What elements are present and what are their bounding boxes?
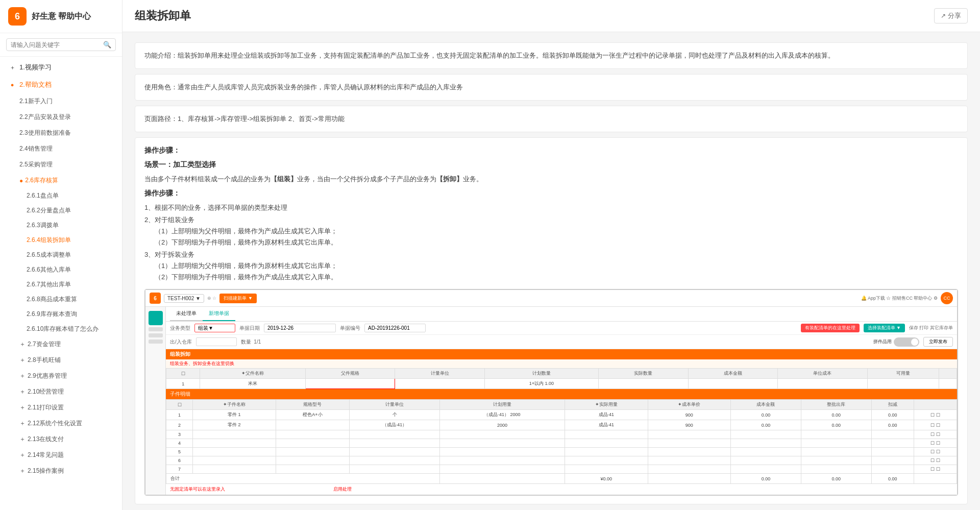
mock-sidebar-icon-1 <box>149 311 163 325</box>
sidebar-item-docs-261[interactable]: 2.6.1盘点单 <box>0 188 122 203</box>
th-unit: 计量单位 <box>395 369 484 379</box>
scene-desc: 当由多个子件材料组装成一个成品的业务为【组装】业务，当由一个父件拆分成多个子产品… <box>144 175 958 184</box>
lth-check: ☐ <box>166 400 193 410</box>
sidebar-item-docs-262[interactable]: 2.6.2分量盘点单 <box>0 203 122 218</box>
app-title: 好生意 帮助中心 <box>32 11 91 22</box>
mock-sidebar-icon-4 <box>149 339 163 344</box>
mock-date-input[interactable] <box>264 324 336 332</box>
sidebar-item-docs-23[interactable]: 2.3使用前数据准备 <box>0 125 122 141</box>
sidebar-item-docs-21[interactable]: 2.1新手入门 <box>0 93 122 109</box>
search-box[interactable]: 🔍 <box>6 38 116 51</box>
mock-sidebar-icon-2 <box>149 327 163 331</box>
steps-sub-title: 操作步骤： <box>144 189 958 198</box>
mock-warehouse-input[interactable] <box>196 337 237 346</box>
lth-avail: 整批出库 <box>801 400 871 410</box>
sidebar-item-docs-29[interactable]: ＋ 2.9优惠券管理 <box>0 368 122 384</box>
mock-annotation-2: 无固定清单可以在这里录入 <box>170 486 225 493</box>
lth-extra <box>914 400 957 410</box>
lth-actual-qty: ✦实际用量 <box>565 400 648 410</box>
mock-section-header-top: 组装拆卸 <box>166 349 957 359</box>
mock-annotation-1: 组装业务、拆卸业务在这里切换 <box>166 359 957 368</box>
sidebar-item-docs-27[interactable]: ＋ 2.7资金管理 <box>0 336 122 352</box>
mock-bottom-annotations: 无固定清单可以在这里录入 启用处理 <box>166 484 957 495</box>
sidebar-item-docs-26[interactable]: ● 2.6库存核算 <box>0 173 122 188</box>
sidebar-item-docs-267[interactable]: 2.6.7其他出库单 <box>0 277 122 292</box>
mock-tab-1[interactable]: 未处理单 <box>170 307 203 321</box>
step-3-2: （2）下部明细为子件明细，最终作为产成品生成其它入库单。 <box>155 273 958 282</box>
expand-icon-26: ● <box>19 177 23 184</box>
lower-table-row-1: 1 零件 1 橙色A+小 个 （成品·41） 2000 成品·41 900 <box>166 410 957 420</box>
sidebar-item-video[interactable]: ＋ 1.视频学习 <box>0 59 122 76</box>
sidebar-item-docs-263[interactable]: 2.6.3调拨单 <box>0 218 122 233</box>
sidebar-item-docs-212[interactable]: ＋ 2.12系统个性化设置 <box>0 416 122 431</box>
content-area: 功能介绍：组装拆卸单用来处理企业组装或拆卸等加工业务，支持有固定装配清单的产品加… <box>122 32 980 510</box>
th-spec: 父件规格 <box>305 369 395 379</box>
step-2-2: （2）下部明细为子件明细，最终作为原材料生成其它出库单。 <box>155 238 958 247</box>
mock-tab-2[interactable]: 新增单据 <box>203 307 235 321</box>
sidebar-item-docs-211[interactable]: ＋ 2.11打印设置 <box>0 400 122 416</box>
sidebar-item-docs-22[interactable]: 2.2产品安装及登录 <box>0 109 122 125</box>
share-button[interactable]: ↗ 分享 <box>934 8 968 23</box>
mock-annotation-3: 启用处理 <box>333 486 352 493</box>
th-cost: 成本金额 <box>688 369 777 379</box>
sidebar: 6 好生意 帮助中心 🔍 ＋ 1.视频学习 ● 2.帮助文档 2.1新手入门 2… <box>0 0 122 510</box>
app-logo-icon: 6 <box>8 7 27 26</box>
table-row: 1 米米 1+以内 1.00 <box>166 379 957 389</box>
mock-type-input[interactable] <box>194 324 235 332</box>
mock-confirm-btn[interactable]: 立即发布 <box>923 337 953 347</box>
lower-table-row-3: 3 <box>166 430 957 439</box>
mock-left-sidebar <box>145 307 166 495</box>
search-area: 🔍 <box>0 33 122 57</box>
th-plan-qty: 计划数量 <box>484 369 598 379</box>
func-intro-block: 功能介绍：组装拆卸单用来处理企业组装或拆卸等加工业务，支持有固定装配清单的产品加… <box>135 42 968 69</box>
mock-select-bom-btn[interactable]: 选择装配清单 ▼ <box>864 324 905 332</box>
mock-toggle[interactable] <box>894 337 919 347</box>
mock-lower-header: 子件明细 <box>166 389 957 399</box>
main-header: 组装拆卸单 ↗ 分享 <box>122 0 980 32</box>
mock-label-type: 业务类型 <box>170 325 190 332</box>
sidebar-item-docs-28[interactable]: ＋ 2.8手机旺铺 <box>0 352 122 368</box>
th-action <box>939 369 957 379</box>
mock-icons: ⊕ ☆ <box>207 296 217 301</box>
sidebar-item-docs-215[interactable]: ＋ 2.15操作案例 <box>0 463 122 479</box>
sidebar-item-docs-266[interactable]: 2.6.6其他入库单 <box>0 262 122 277</box>
lower-table-row-2: 2 零件 2 （成品·41） 2000 成品·41 900 0 <box>166 420 957 430</box>
sidebar-item-label: 2.帮助文档 <box>19 80 52 89</box>
mock-form-row-2: 出/入仓库 数量 1/1 拼件品用 <box>166 335 957 349</box>
sidebar-item-docs-214[interactable]: ＋ 2.14常见问题 <box>0 447 122 463</box>
sidebar-item-docs-265[interactable]: 2.6.5成本调整单 <box>0 248 122 262</box>
sidebar-item-docs-2610[interactable]: 2.6.10库存账本错了怎么办 <box>0 322 122 336</box>
mock-label-no: 单据编号 <box>340 325 360 332</box>
sidebar-item-docs-25[interactable]: 2.5采购管理 <box>0 157 122 173</box>
th-unit-cost: 单位成本 <box>778 369 867 379</box>
role-intro-text: 使用角色：通常由生产人员或库管人员完成拆装业务的操作，库管人员确认原材料的出库和… <box>144 83 463 91</box>
sidebar-item-docs-210[interactable]: ＋ 2.10经营管理 <box>0 384 122 400</box>
share-icon: ↗ <box>941 12 946 19</box>
lower-table-row-4: 4 <box>166 439 957 448</box>
lth-unit-cost: ✦成本单价 <box>648 400 730 410</box>
sidebar-item-docs-269[interactable]: 2.6.9库存账本查询 <box>0 307 122 322</box>
path-intro-block: 页面路径：1、库存核算->库存管理->组装拆卸单 2、首页->常用功能 <box>135 106 968 132</box>
mock-topbar: 6 TEST-H002 ▼ ⊕ ☆ 扫描建新单 ▼ 🔔 App下载 ☆ 招销售C… <box>145 290 957 307</box>
role-intro-block: 使用角色：通常由生产人员或库管人员完成拆装业务的操作，库管人员确认原材料的出库和… <box>135 74 968 101</box>
mock-qiyong: 拼件品用 <box>873 337 919 347</box>
mock-logo: 6 <box>150 293 161 304</box>
operation-title: 操作步骤： <box>144 146 958 155</box>
lower-table-row-7: 7 <box>166 465 957 474</box>
sidebar-item-docs-24[interactable]: 2.4销售管理 <box>0 141 122 157</box>
sidebar-item-docs-268[interactable]: 2.6.8商品成本重算 <box>0 292 122 307</box>
lth-ops: 扣减 <box>871 400 914 410</box>
mock-no-input[interactable] <box>364 324 426 332</box>
sidebar-item-docs[interactable]: ● 2.帮助文档 <box>0 76 122 93</box>
mock-form-row-1: 业务类型 单据日期 单据编号 有装配清单的在这里处理 <box>166 322 957 335</box>
search-icon[interactable]: 🔍 <box>103 41 111 48</box>
lth-unit: 计量单位 <box>350 400 439 410</box>
mock-company-select[interactable]: TEST-H002 ▼ <box>164 294 204 303</box>
mock-sidebar-icon-3 <box>149 333 163 337</box>
mock-avatar: CC <box>941 292 953 304</box>
mock-new-btn[interactable]: 扫描建新单 ▼ <box>219 294 256 303</box>
sidebar-item-docs-213[interactable]: ＋ 2.13在线支付 <box>0 431 122 447</box>
search-input[interactable] <box>11 41 103 48</box>
sidebar-item-docs-264[interactable]: 2.6.4组装拆卸单 <box>0 233 122 248</box>
mock-lower-table: ☐ ✦子件名称 规格型号 计量单位 计划用量 ✦实际用量 ✦成本单价 <box>166 399 957 484</box>
